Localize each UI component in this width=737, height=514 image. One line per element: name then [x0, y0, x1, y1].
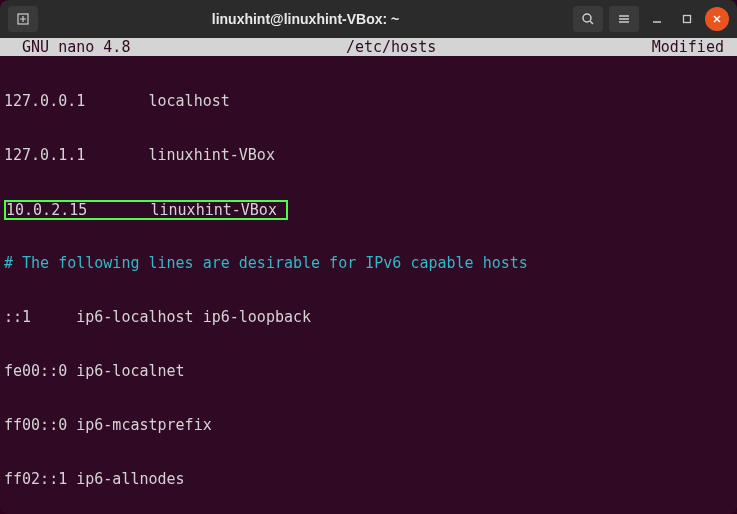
titlebar-left-controls — [8, 6, 38, 32]
menu-button[interactable] — [609, 6, 639, 32]
nano-editor[interactable]: GNU nano 4.8 /etc/hosts Modified 127.0.0… — [0, 38, 737, 514]
svg-point-3 — [583, 14, 591, 22]
hosts-line: ::1 ip6-localhost ip6-loopback — [4, 308, 733, 326]
search-button[interactable] — [573, 6, 603, 32]
hosts-line: 127.0.0.1 localhost — [4, 92, 733, 110]
hosts-line: fe00::0 ip6-localnet — [4, 362, 733, 380]
svg-line-4 — [590, 21, 593, 24]
window-title: linuxhint@linuxhint-VBox: ~ — [38, 11, 573, 27]
hosts-line: ff00::0 ip6-mcastprefix — [4, 416, 733, 434]
file-content[interactable]: 127.0.0.1 localhost 127.0.1.1 linuxhint-… — [0, 56, 737, 514]
nano-modified-status: Modified — [652, 38, 733, 56]
titlebar-right-controls — [573, 6, 729, 32]
close-button[interactable] — [705, 7, 729, 31]
hosts-line: 127.0.1.1 linuxhint-VBox — [4, 146, 733, 164]
new-tab-button[interactable] — [8, 6, 38, 32]
hosts-comment: # The following lines are desirable for … — [4, 254, 733, 272]
hosts-line-highlighted: 10.0.2.15 linuxhint-VBox — [4, 200, 733, 218]
nano-header-bar: GNU nano 4.8 /etc/hosts Modified — [0, 38, 737, 56]
minimize-button[interactable] — [645, 7, 669, 31]
maximize-button[interactable] — [675, 7, 699, 31]
hosts-line: ff02::1 ip6-allnodes — [4, 470, 733, 488]
highlight-box: 10.0.2.15 linuxhint-VBox — [4, 200, 288, 220]
window-titlebar: linuxhint@linuxhint-VBox: ~ — [0, 0, 737, 38]
nano-filename: /etc/hosts — [130, 38, 651, 56]
nano-version: GNU nano 4.8 — [4, 38, 130, 56]
svg-rect-9 — [684, 16, 691, 23]
